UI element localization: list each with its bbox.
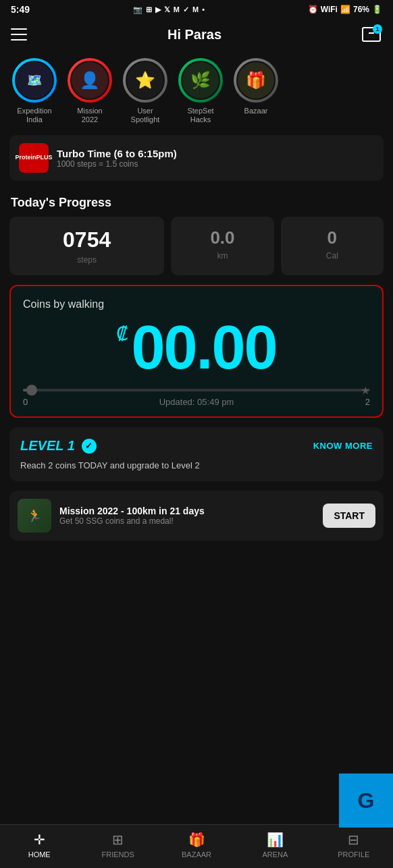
wifi-icon: WiFi: [321, 5, 338, 14]
notification-button[interactable]: 1: [362, 24, 382, 45]
nav-profile-label: PROFILE: [338, 850, 369, 859]
coins-value: 00.00: [131, 317, 276, 378]
profile-icon: ⊟: [348, 832, 359, 848]
check-icon: ✓: [183, 5, 189, 14]
story-ring-bazaar: 🎁: [234, 58, 278, 103]
story-avatar-mission: 👤: [70, 61, 109, 100]
story-ring-user: ⭐: [123, 58, 167, 103]
story-avatar-stepset: 🌿: [181, 61, 220, 100]
coins-bar-track: ★: [23, 389, 370, 391]
turbo-logo-line1: Protein: [15, 155, 36, 161]
nav-friends[interactable]: ⊞ FRIENDS: [78, 825, 157, 868]
story-item-bazaar[interactable]: 🎁 Bazaar: [232, 58, 280, 124]
turbo-title: Turbo Time (6 to 6:15pm): [57, 148, 177, 159]
nav-bazaar[interactable]: 🎁 BAZAAR: [157, 825, 236, 868]
alarm-icon: ⏰: [308, 5, 318, 14]
level-header: LEVEL 1 ✓ KNOW MORE: [20, 438, 373, 454]
steps-card: 0754 steps: [9, 217, 164, 275]
status-time: 5:49: [11, 4, 30, 15]
steps-value: 0754: [63, 227, 111, 252]
km-card: 0.0 km: [171, 217, 273, 275]
status-icons: 📷 ⊞ ▶ 𝕏 M ✓ M •: [133, 5, 205, 14]
notification-badge: 1: [373, 24, 382, 34]
status-right: ⏰ WiFi 📶 76% 🔋: [308, 5, 382, 14]
level-number: 1: [68, 438, 75, 453]
header-title: Hi Paras: [167, 27, 221, 43]
cal-value: 0: [328, 227, 337, 248]
story-avatar-bazaar: 🎁: [236, 61, 276, 100]
story-item-user[interactable]: ⭐ UserSpotlight: [122, 58, 169, 124]
coins-title: Coins by walking: [23, 298, 370, 310]
level-check-icon: ✓: [82, 439, 97, 454]
km-label: km: [217, 251, 228, 261]
hamburger-menu[interactable]: [11, 28, 27, 40]
story-ring-stepset: 🌿: [178, 58, 223, 103]
home-icon: ✛: [34, 832, 45, 848]
bottom-nav: ✛ HOME ⊞ FRIENDS 🎁 BAZAAR 📊 ARENA ⊟ PROF…: [0, 824, 393, 868]
nav-arena[interactable]: 📊 ARENA: [236, 825, 314, 868]
coins-section: Coins by walking ₡ 00.00 ★ 0 Updated: 05…: [9, 285, 384, 418]
nav-profile[interactable]: ⊟ PROFILE: [315, 825, 393, 868]
story-avatar-expedition: 🗺️: [15, 61, 54, 100]
turbo-logo: Protein PLUS: [19, 143, 49, 173]
story-ring-mission: 👤: [68, 58, 112, 103]
level-description: Reach 2 coins TODAY and upgrade to Level…: [20, 460, 373, 470]
level-label: LEVEL: [20, 438, 63, 453]
story-item-mission[interactable]: 👤 Mission2022: [66, 58, 113, 124]
steps-label: steps: [77, 255, 97, 265]
mission-text: Mission 2022 - 100km in 21 days Get 50 S…: [59, 506, 315, 526]
nav-bazaar-label: BAZAAR: [182, 850, 211, 859]
mission-thumbnail: 🏃: [18, 499, 51, 533]
progress-row: 0754 steps 0.0 km 0 Cal: [0, 217, 393, 285]
mission-subtitle: Get 50 SSG coins and a medal!: [59, 516, 315, 526]
coins-min-label: 0: [23, 397, 28, 407]
youtube-icon: ▶: [155, 5, 161, 14]
watermark: G: [339, 774, 393, 828]
bazaar-icon: 🎁: [188, 832, 205, 848]
story-item-expedition[interactable]: 🗺️ ExpeditionIndia: [11, 58, 58, 124]
story-label-mission: Mission2022: [77, 107, 102, 124]
story-label-stepset: StepSetHacks: [187, 107, 213, 124]
start-button[interactable]: START: [323, 504, 375, 528]
coins-updated: Updated: 05:49 pm: [159, 397, 234, 407]
nav-home[interactable]: ✛ HOME: [0, 825, 78, 868]
story-label-user: UserSpotlight: [131, 107, 160, 124]
twitter-icon: 𝕏: [164, 5, 170, 14]
battery-text: 76%: [353, 5, 369, 14]
turbo-text: Turbo Time (6 to 6:15pm) 1000 steps = 1.…: [57, 148, 177, 169]
level-left: LEVEL 1 ✓: [20, 438, 97, 454]
coins-bar-dot: [26, 385, 37, 396]
story-ring-expedition: 🗺️: [12, 58, 57, 103]
coins-bar-labels: 0 Updated: 05:49 pm 2: [23, 397, 370, 407]
story-avatar-user: ⭐: [126, 61, 165, 100]
story-item-stepset[interactable]: 🌿 StepSetHacks: [177, 58, 224, 124]
story-label-bazaar: Bazaar: [244, 107, 268, 115]
cal-label: Cal: [326, 251, 338, 261]
status-bar: 5:49 📷 ⊞ ▶ 𝕏 M ✓ M • ⏰ WiFi 📶 76% 🔋: [0, 0, 393, 19]
coins-bar-wrap: ★: [23, 389, 370, 391]
turbo-banner[interactable]: Protein PLUS Turbo Time (6 to 6:15pm) 10…: [9, 135, 384, 181]
friends-icon: ⊞: [112, 832, 124, 848]
gmail-icon: M: [192, 5, 199, 13]
km-value: 0.0: [210, 227, 234, 248]
app-icon: M: [174, 5, 180, 13]
todays-progress-title: Today's Progress: [0, 190, 393, 217]
signal-icon: 📶: [340, 5, 350, 14]
header: Hi Paras 1: [0, 19, 393, 53]
nav-home-label: HOME: [28, 850, 51, 859]
battery-icon: 🔋: [372, 5, 382, 14]
story-label-expedition: ExpeditionIndia: [17, 107, 51, 124]
turbo-logo-line2: PLUS: [36, 155, 53, 161]
level-section: LEVEL 1 ✓ KNOW MORE Reach 2 coins TODAY …: [9, 427, 384, 481]
turbo-subtitle: 1000 steps = 1.5 coins: [57, 159, 177, 169]
nav-friends-label: FRIENDS: [101, 850, 134, 859]
know-more-button[interactable]: KNOW MORE: [313, 441, 373, 451]
mission-banner[interactable]: 🏃 Mission 2022 - 100km in 21 days Get 50…: [9, 491, 384, 541]
level-badge: LEVEL 1: [20, 438, 75, 454]
nav-arena-label: ARENA: [262, 850, 288, 859]
dot-icon: •: [202, 5, 205, 13]
coins-max-label: 2: [365, 397, 370, 407]
instagram-icon: 📷: [133, 5, 142, 14]
apps-icon: ⊞: [146, 5, 152, 14]
arena-icon: 📊: [267, 832, 284, 848]
